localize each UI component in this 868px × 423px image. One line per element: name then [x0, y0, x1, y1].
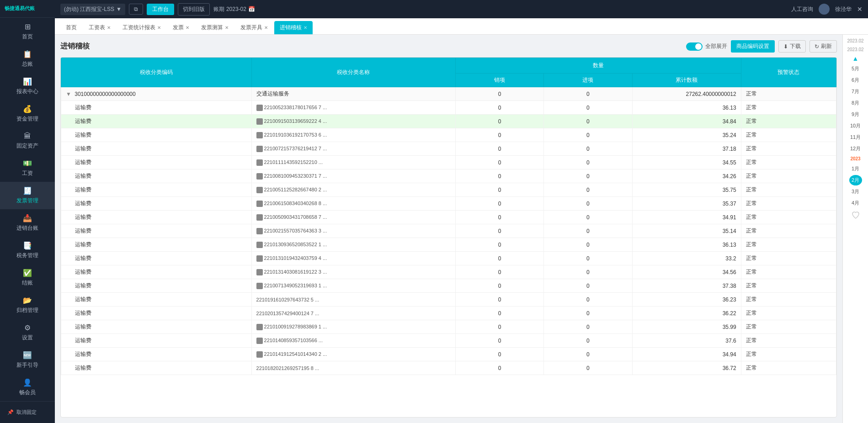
- row-tax-code: 2210091503139659222 4 ...: [251, 115, 455, 128]
- sidebar-item-ledger[interactable]: 📋 总账: [0, 45, 55, 73]
- sidebar-item-fixed[interactable]: 🏛 固定资产: [0, 127, 55, 154]
- sidebar-item-inout[interactable]: 📥 进销台账: [0, 209, 55, 237]
- table-row: 运输费 2210141912541014340 2 ... 0 0 34.94 …: [61, 348, 836, 361]
- month-10[interactable]: 10月: [846, 121, 866, 131]
- tab-home[interactable]: 首页: [60, 21, 82, 34]
- month-3[interactable]: 3月: [846, 186, 866, 197]
- support-link[interactable]: 人工咨询: [791, 5, 813, 13]
- unpin-button[interactable]: 📌 取消固定: [0, 405, 55, 419]
- settings-btn[interactable]: 商品编码设置: [731, 40, 775, 53]
- main-area: (勿动) 江西报宝-LSS ▼ ⧉ 工作台 切到旧版 账期 2023-02 📅 …: [55, 0, 868, 423]
- sidebar-item-checkout[interactable]: ✅ 结账: [0, 264, 55, 291]
- tab-close-icon[interactable]: ✕: [186, 25, 189, 30]
- member-icon: 👤: [23, 378, 32, 387]
- guide-icon: 🆕: [23, 351, 32, 360]
- sidebar-item-label: 固定资产: [16, 142, 38, 150]
- row-tax-code: 2210130936520853522 1 ...: [251, 238, 455, 252]
- row-tax-code: 2210052338178017656 7 ...: [251, 101, 455, 115]
- col-quantity: 数量: [455, 58, 741, 74]
- sidebar-bottom: 📌 取消固定: [0, 401, 55, 423]
- year-label-2023-02b: 2023.02: [846, 45, 864, 54]
- sidebar-item-label: 进销台账: [16, 224, 38, 232]
- company-selector[interactable]: (勿动) 江西报宝-LSS ▼: [60, 4, 125, 15]
- sidebar-item-guide[interactable]: 🆕 新手引导: [0, 346, 55, 374]
- sidebar-item-settings[interactable]: ⚙ 设置: [0, 319, 55, 346]
- company-name: (勿动) 江西报宝-LSS: [64, 5, 114, 13]
- sidebar-item-salary[interactable]: 💵 工资: [0, 154, 55, 182]
- copy-button[interactable]: ⧉: [129, 4, 143, 15]
- col-status: 预警状态: [741, 58, 836, 87]
- tab-close-icon[interactable]: ✕: [225, 25, 229, 30]
- tab-invoice-calc-label: 发票测算: [201, 24, 223, 32]
- tab-close-icon[interactable]: ✕: [107, 25, 111, 30]
- download-btn[interactable]: ⬇ 下载: [778, 40, 806, 53]
- table-row: 运输费 2210052338178017656 7 ... 0 0 36.13 …: [61, 101, 836, 115]
- sales-value: 0: [455, 197, 543, 211]
- sidebar-item-report[interactable]: 📊 报表中心: [0, 73, 55, 100]
- tab-close-icon[interactable]: ✕: [304, 25, 307, 30]
- tab-invoice-open[interactable]: 发票开具 ✕: [235, 21, 273, 34]
- row-tax-code: 2210072157376219412 7 ...: [251, 142, 455, 156]
- purchase-value: 0: [544, 320, 632, 334]
- table-row: 运输费 2210111143592152210 ... 0 0 34.55 正常: [61, 156, 836, 169]
- sidebar-item-tax[interactable]: 📑 税务管理: [0, 237, 55, 264]
- col-tax-name: 税收分类名称: [251, 58, 455, 87]
- month-12[interactable]: 12月: [846, 143, 866, 154]
- sidebar-item-member[interactable]: 👤 畅会员: [0, 374, 55, 401]
- status-value: 正常: [741, 87, 836, 101]
- tag-icon: [256, 338, 263, 344]
- sidebar-item-label: 资金管理: [16, 115, 38, 123]
- month-4[interactable]: 4月: [846, 198, 866, 208]
- table-row: 运输费 2210191610297643732 5 ... 0 0 36.23 …: [61, 293, 836, 307]
- topbar: (勿动) 江西报宝-LSS ▼ ⧉ 工作台 切到旧版 账期 2023-02 📅 …: [55, 0, 868, 18]
- month-2-active[interactable]: 2月: [849, 175, 862, 185]
- expand-icon[interactable]: ▼: [66, 91, 71, 97]
- month-7[interactable]: 7月: [846, 86, 866, 97]
- tab-check[interactable]: 进销稽核 ✕: [274, 21, 313, 34]
- sidebar-item-home[interactable]: ⊞ 首页: [0, 18, 55, 45]
- table-row: 运输费 2210100919278983869 1 ... 0 0 35.99 …: [61, 320, 836, 334]
- tab-salary-stat[interactable]: 工资统计报表 ✕: [117, 21, 166, 34]
- month-6[interactable]: 6月: [846, 75, 866, 85]
- cumulative-value: 37.38: [632, 279, 741, 293]
- expand-toggle[interactable]: [686, 42, 703, 51]
- cumulative-value: 37.18: [632, 142, 741, 156]
- month-9[interactable]: 9月: [846, 109, 866, 120]
- refresh-btn[interactable]: ↻ 刷新: [809, 40, 837, 53]
- tab-invoice-calc[interactable]: 发票测算 ✕: [196, 21, 234, 34]
- month-8[interactable]: 8月: [846, 98, 866, 108]
- row-name: 运输费: [61, 197, 252, 211]
- back-button[interactable]: 切到旧版: [178, 3, 210, 16]
- table-row: 运输费 2210130936520853522 1 ... 0 0 36.13 …: [61, 238, 836, 252]
- scroll-up-arrow[interactable]: ▲: [852, 54, 860, 63]
- tab-close-icon[interactable]: ✕: [157, 25, 161, 30]
- unpin-label: 取消固定: [16, 409, 37, 416]
- row-name: 运输费: [61, 101, 252, 115]
- sidebar-item-capital[interactable]: 💰 资金管理: [0, 100, 55, 127]
- sidebar-item-label: 归档管理: [16, 307, 38, 314]
- tab-home-label: 首页: [66, 24, 77, 32]
- col-purchase: 进项: [544, 74, 632, 87]
- month-5[interactable]: 5月: [846, 63, 866, 74]
- month-1[interactable]: 1月: [846, 164, 866, 174]
- month-11[interactable]: 11月: [846, 132, 866, 143]
- tab-invoice[interactable]: 发票 ✕: [167, 21, 195, 34]
- sales-value: 0: [455, 252, 543, 265]
- sidebar-item-invoice[interactable]: 🧾 发票管理: [0, 182, 55, 209]
- salary-icon: 💵: [23, 159, 32, 168]
- tab-salary-table[interactable]: 工资表 ✕: [83, 21, 116, 34]
- sales-value: 0: [455, 348, 543, 361]
- status-value: 正常: [741, 101, 836, 115]
- report-icon: 📊: [23, 77, 32, 86]
- sidebar-item-archive[interactable]: 📂 归档管理: [0, 291, 55, 319]
- workbench-button[interactable]: 工作台: [147, 4, 174, 15]
- table-row: 运输费 2210191036192170753 6 ... 0 0 35.24 …: [61, 128, 836, 142]
- expand-toggle-wrap: 全部展开: [686, 42, 727, 51]
- table-row: 运输费 2210140859357103566 ... 0 0 37.6 正常: [61, 334, 836, 348]
- close-icon[interactable]: ✕: [857, 5, 863, 13]
- tab-close-icon[interactable]: ✕: [264, 25, 268, 30]
- cumulative-value: 27262.40000000012: [632, 87, 741, 101]
- status-value: 正常: [741, 142, 836, 156]
- purchase-value: 0: [544, 238, 632, 252]
- row-name: 运输费: [61, 183, 252, 197]
